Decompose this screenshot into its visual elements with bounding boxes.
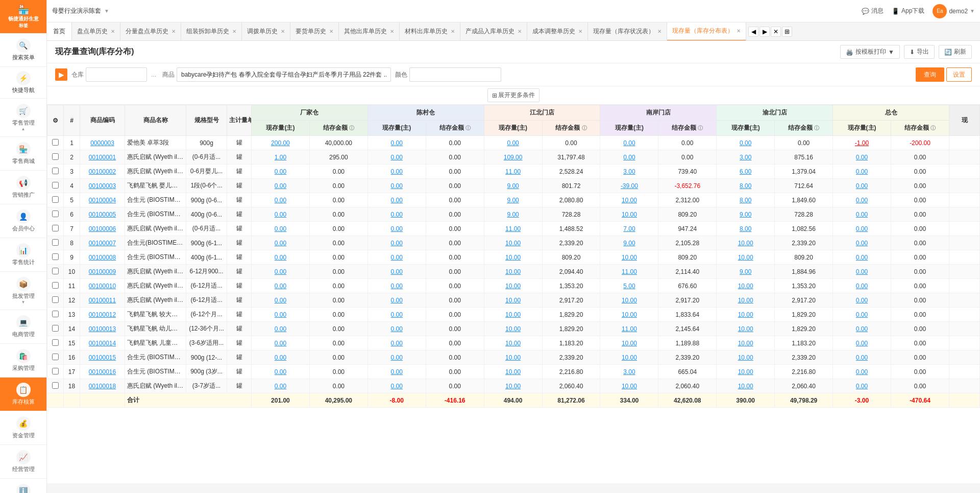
row-chen-cur[interactable]: 0.00 <box>368 365 426 379</box>
row-code[interactable]: 00100011 <box>80 293 125 308</box>
row-checkbox[interactable] <box>47 336 64 350</box>
tab-close-stock-status[interactable]: ✕ <box>657 29 662 34</box>
row-yubei-cur[interactable]: 6.00 <box>717 165 775 179</box>
row-jiangbei-cur[interactable]: 10.00 <box>484 365 542 379</box>
sidebar-member-item[interactable]: 👤 会员中心 <box>0 204 46 238</box>
row-total-cur[interactable]: 0.00 <box>833 250 891 265</box>
row-total-cur[interactable]: 0.00 <box>833 308 891 322</box>
tab-cost-adj[interactable]: 成本调整单历史 ✕ <box>527 22 588 41</box>
row-jiangbei-cur[interactable]: 10.00 <box>484 308 542 322</box>
refresh-btn[interactable]: 🔄 刷新 <box>939 45 972 59</box>
row-checkbox[interactable] <box>47 308 64 322</box>
row-jiangbei-cur[interactable]: 10.00 <box>484 265 542 279</box>
sidebar-logo[interactable]: 🏪 畅捷通好生意 标签 <box>0 0 46 33</box>
row-chen-cur[interactable]: 0.00 <box>368 136 426 150</box>
row-jiangbei-cur[interactable]: 10.00 <box>484 279 542 293</box>
row-chen-cur[interactable]: 0.00 <box>368 150 426 165</box>
row-chen-cur[interactable]: 0.00 <box>368 279 426 293</box>
row-code[interactable]: 00100012 <box>80 308 125 322</box>
tab-combo[interactable]: 组装拆卸单历史 ✕ <box>181 22 242 41</box>
setting-btn[interactable]: 设置 <box>946 67 972 82</box>
sidebar-stats-item[interactable]: 📊 零售统计 <box>0 238 46 272</box>
tab-other-out[interactable]: 其他出库单历史 ✕ <box>339 22 400 41</box>
row-total-cur[interactable]: 0.00 <box>833 236 891 250</box>
tab-branch-point[interactable]: 分量盘点单历史 ✕ <box>120 22 181 41</box>
row-yubei-cur[interactable]: 8.00 <box>717 179 775 193</box>
row-checkbox[interactable] <box>47 379 64 393</box>
color-input[interactable] <box>409 67 501 82</box>
row-chen-cur[interactable]: 0.00 <box>368 265 426 279</box>
sidebar-retailshop-item[interactable]: 🏪 零售商城 <box>0 137 46 171</box>
tab-close-stock-dist[interactable]: ✕ <box>737 28 741 34</box>
row-nanan-cur[interactable]: 3.00 <box>600 165 658 179</box>
row-code[interactable]: 00100005 <box>80 207 125 222</box>
expand-more-btn[interactable]: ⊞ 展开更多条件 <box>487 88 540 102</box>
row-yubei-cur[interactable]: 10.00 <box>717 236 775 250</box>
row-code[interactable]: 00100010 <box>80 279 125 293</box>
row-checkbox[interactable] <box>47 279 64 293</box>
row-total-cur[interactable]: 0.00 <box>833 165 891 179</box>
tab-close-combo[interactable]: ✕ <box>232 29 236 34</box>
row-checkbox[interactable] <box>47 250 64 265</box>
row-code[interactable]: 00100002 <box>80 165 125 179</box>
row-yubei-cur[interactable]: 3.00 <box>717 150 775 165</box>
tab-point[interactable]: 盘点单历史 ✕ <box>72 22 120 41</box>
col-settings-header[interactable]: ⚙ <box>47 105 64 136</box>
tab-close-all-btn[interactable]: ✕ <box>771 27 781 37</box>
tab-prev-btn[interactable]: ◀ <box>748 27 758 37</box>
row-chen-cur[interactable]: 0.00 <box>368 293 426 308</box>
row-code[interactable]: 0000003 <box>80 136 125 150</box>
row-chen-cur[interactable]: 0.00 <box>368 308 426 322</box>
row-code[interactable]: 00100006 <box>80 222 125 236</box>
row-checkbox[interactable] <box>47 193 64 207</box>
row-code[interactable]: 00100015 <box>80 350 125 365</box>
row-yubei-cur[interactable]: 8.00 <box>717 222 775 236</box>
row-checkbox[interactable] <box>47 136 64 150</box>
tab-close-other[interactable]: ✕ <box>390 29 394 34</box>
tab-close-material[interactable]: ✕ <box>451 29 455 34</box>
row-nanan-cur[interactable]: 11.00 <box>600 265 658 279</box>
row-total-cur[interactable]: 0.00 <box>833 222 891 236</box>
tab-close-product[interactable]: ✕ <box>518 29 522 34</box>
export-btn[interactable]: ⬇ 导出 <box>904 45 935 59</box>
tab-stock-dist[interactable]: 现存量（库存分布表） ✕ <box>667 22 746 41</box>
row-code[interactable]: 00100014 <box>80 336 125 350</box>
row-jiangbei-cur[interactable]: 10.00 <box>484 350 542 365</box>
row-nanan-cur[interactable]: 10.00 <box>600 250 658 265</box>
row-chen-cur[interactable]: 0.00 <box>368 179 426 193</box>
row-jiangbei-cur[interactable]: 11.00 <box>484 165 542 179</box>
row-yubei-cur[interactable]: 10.00 <box>717 250 775 265</box>
row-changjia-cur[interactable]: 0.00 <box>252 236 310 250</box>
row-checkbox[interactable] <box>47 293 64 308</box>
row-jiangbei-cur[interactable]: 10.00 <box>484 250 542 265</box>
row-total-cur[interactable]: 0.00 <box>833 293 891 308</box>
sidebar-basic-item[interactable]: ℹ️ 基础信息 <box>0 479 46 493</box>
row-yubei-cur[interactable]: 0.00 <box>717 136 775 150</box>
row-total-cur[interactable]: 0.00 <box>833 193 891 207</box>
sidebar-finance-item[interactable]: 💰 资金管理 <box>0 411 46 445</box>
row-total-cur[interactable]: 0.00 <box>833 336 891 350</box>
sidebar-operations-item[interactable]: 📈 经营管理 <box>0 445 46 479</box>
tab-stock-status[interactable]: 现存量（库存状况表） ✕ <box>588 22 667 41</box>
row-code[interactable]: 00100018 <box>80 379 125 393</box>
row-yubei-cur[interactable]: 10.00 <box>717 279 775 293</box>
row-total-cur[interactable]: 0.00 <box>833 322 891 336</box>
row-chen-cur[interactable]: 0.00 <box>368 207 426 222</box>
row-checkbox[interactable] <box>47 322 64 336</box>
row-jiangbei-cur[interactable]: 10.00 <box>484 236 542 250</box>
row-jiangbei-cur[interactable]: 0.00 <box>484 136 542 150</box>
row-chen-cur[interactable]: 0.00 <box>368 379 426 393</box>
tab-expand-btn[interactable]: ⊞ <box>782 27 792 37</box>
row-nanan-cur[interactable]: 10.00 <box>600 207 658 222</box>
app-download-btn[interactable]: 📱 App下载 <box>892 7 924 15</box>
row-changjia-cur[interactable]: 0.00 <box>252 293 310 308</box>
query-btn[interactable]: 查询 <box>916 67 944 82</box>
row-yubei-cur[interactable]: 9.00 <box>717 207 775 222</box>
row-jiangbei-cur[interactable]: 10.00 <box>484 336 542 350</box>
sidebar-wholesale-item[interactable]: 📦 批发管理 ▼ <box>0 272 46 310</box>
row-changjia-cur[interactable]: 200.00 <box>252 136 310 150</box>
tab-close-transfer[interactable]: ✕ <box>281 29 285 34</box>
row-jiangbei-cur[interactable]: 11.00 <box>484 222 542 236</box>
row-total-cur[interactable]: 0.00 <box>833 265 891 279</box>
row-changjia-cur[interactable]: 0.00 <box>252 336 310 350</box>
